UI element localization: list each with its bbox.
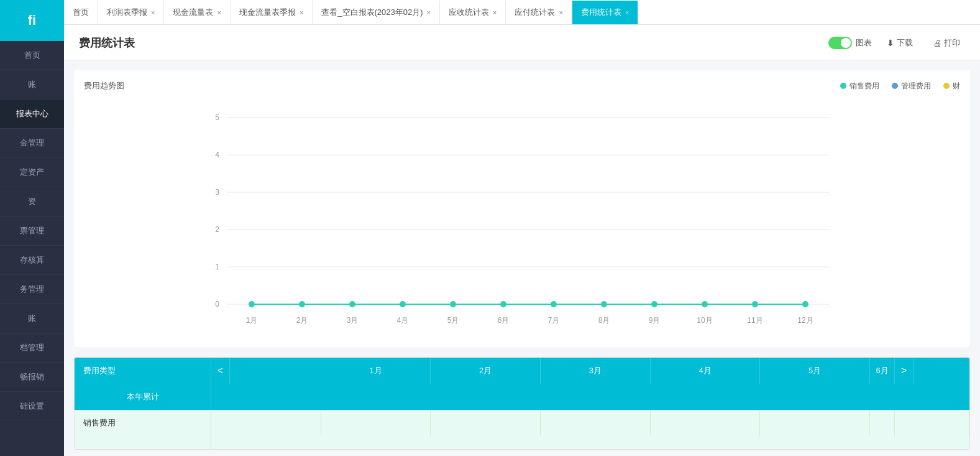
svg-text:10月: 10月 (697, 316, 712, 325)
col-header-m3: 3月 (541, 358, 651, 384)
sidebar-item-account[interactable]: 账 (0, 70, 64, 100)
svg-text:3月: 3月 (347, 316, 359, 325)
header-actions: 图表 ⬇ 下载 🖨 打印 (828, 35, 965, 51)
svg-text:1月: 1月 (246, 316, 258, 325)
table-row: 销售费用 (75, 410, 969, 449)
svg-text:2月: 2月 (296, 316, 308, 325)
legend-dot-admin (892, 83, 898, 89)
page-header: 费用统计表 图表 ⬇ 下载 🖨 打印 (64, 25, 980, 60)
line-chart: 5 4 3 2 1 0 (84, 99, 960, 335)
sidebar-item-service[interactable]: 务管理 (0, 275, 64, 304)
chart-container: 5 4 3 2 1 0 (84, 99, 960, 337)
sidebar-item-ledger[interactable]: 账 (0, 304, 64, 333)
svg-text:4月: 4月 (397, 316, 409, 325)
sidebar-item-invoice[interactable]: 票管理 (0, 216, 64, 246)
chart-section: 费用趋势图 销售费用 管理费用 财 (74, 70, 970, 347)
tab-cashflow-quarter[interactable]: 现金流量表季报 × (231, 1, 313, 24)
svg-text:11月: 11月 (747, 316, 762, 325)
cell-nav-prev (211, 411, 321, 435)
tab-bar: 首页 利润表季报 × 现金流量表 × 现金流量表季报 × 查看_空白报表(202… (64, 0, 980, 25)
svg-text:5月: 5月 (447, 316, 459, 325)
page-title: 费用统计表 (79, 35, 135, 50)
tab-close-cashflow[interactable]: × (217, 9, 221, 16)
svg-text:9月: 9月 (649, 316, 661, 325)
chart-toggle-label: 图表 (856, 37, 872, 49)
col-header-m4: 4月 (651, 358, 761, 384)
svg-text:1: 1 (215, 263, 219, 271)
tab-close-payable[interactable]: × (559, 9, 562, 16)
svg-text:5: 5 (215, 113, 219, 122)
cell-m2 (431, 411, 541, 435)
col-header-type: 费用类型 (75, 358, 211, 384)
chart-dot (601, 301, 607, 307)
chart-dot (551, 301, 557, 307)
cell-nav-next (895, 411, 969, 435)
print-icon: 🖨 (933, 38, 941, 48)
app-logo: fi (0, 0, 64, 41)
legend-admin: 管理费用 (892, 81, 931, 91)
sidebar-item-cash[interactable]: 金管理 (0, 129, 64, 158)
chart-dot (450, 301, 456, 307)
tab-home[interactable]: 首页 (64, 1, 98, 24)
chart-legend: 销售费用 管理费用 财 (840, 81, 960, 91)
tab-close-cashflow-quarter[interactable]: × (300, 9, 303, 16)
sidebar-item-archive[interactable]: 档管理 (0, 333, 64, 363)
main-area: 首页 利润表季报 × 现金流量表 × 现金流量表季报 × 查看_空白报表(202… (64, 0, 980, 456)
tab-expense-stats[interactable]: 费用统计表 × (572, 1, 638, 24)
sidebar-item-inventory[interactable]: 存核算 (0, 246, 64, 275)
svg-text:6月: 6月 (498, 316, 510, 325)
sidebar-item-report[interactable]: 报表中心 (0, 100, 64, 129)
svg-text:0: 0 (215, 300, 219, 309)
tab-payable[interactable]: 应付统计表 × (506, 1, 572, 24)
cell-m6 (870, 411, 895, 435)
legend-dot-finance (943, 83, 950, 89)
tab-close-expense-stats[interactable]: × (625, 9, 629, 16)
chart-toggle-wrapper: 图表 (828, 37, 872, 49)
tab-close-profit[interactable]: × (151, 9, 155, 16)
chart-header: 费用趋势图 销售费用 管理费用 财 (84, 80, 960, 91)
col-header-m5: 5月 (760, 358, 870, 384)
tab-close-blank-report[interactable]: × (427, 9, 431, 16)
sidebar-item-loan[interactable]: 资 (0, 187, 64, 216)
svg-text:8月: 8月 (598, 316, 610, 325)
chart-dot (299, 301, 305, 307)
expense-table: 费用类型 < 1月 2月 3月 4月 5月 6月 > 本年累计 销售费用 (74, 357, 970, 450)
chart-dot (651, 301, 657, 307)
tab-blank-report[interactable]: 查看_空白报表(2023年02月) × (313, 1, 440, 24)
table-header-row: 费用类型 < 1月 2月 3月 4月 5月 6月 > 本年累计 (75, 358, 969, 410)
tab-close-receivable[interactable]: × (493, 9, 497, 16)
col-nav-next[interactable]: > (895, 358, 914, 384)
legend-finance: 财 (943, 81, 960, 91)
tab-profit[interactable]: 利润表季报 × (98, 1, 164, 24)
chart-title: 费用趋势图 (84, 80, 124, 91)
svg-text:12月: 12月 (797, 316, 813, 325)
sidebar-item-expense[interactable]: 畅报销 (0, 363, 64, 392)
chart-dot (752, 301, 758, 307)
sidebar-item-settings[interactable]: 础设置 (0, 392, 64, 421)
chart-dot (349, 301, 355, 307)
download-button[interactable]: ⬇ 下载 (882, 35, 918, 51)
chart-dot (702, 301, 708, 307)
col-nav-prev[interactable]: < (211, 358, 230, 384)
chart-dot (500, 301, 506, 307)
tab-cashflow[interactable]: 现金流量表 × (164, 1, 230, 24)
svg-text:3: 3 (215, 188, 219, 197)
chart-dot (249, 301, 255, 307)
svg-text:7月: 7月 (548, 316, 560, 325)
tab-receivable[interactable]: 应收统计表 × (440, 1, 506, 24)
cell-total (75, 435, 211, 449)
sidebar-item-home[interactable]: 首页 (0, 41, 64, 70)
col-header-m2: 2月 (431, 358, 541, 384)
col-header-m6: 6月 (870, 358, 895, 384)
cell-m4 (651, 411, 761, 435)
print-button[interactable]: 🖨 打印 (928, 35, 965, 51)
sidebar-item-fixed[interactable]: 定资产 (0, 158, 64, 187)
svg-text:4: 4 (215, 151, 219, 159)
col-header-total: 本年累计 (75, 384, 211, 410)
sidebar: fi 首页 账 报表中心 金管理 定资产 资 票管理 存核算 务管理 账 档管理… (0, 0, 64, 456)
chart-toggle[interactable] (828, 37, 852, 49)
col-header-m1: 1月 (321, 358, 431, 384)
svg-text:2: 2 (215, 225, 219, 234)
legend-dot-sales (840, 83, 846, 89)
cell-m3 (541, 411, 651, 435)
